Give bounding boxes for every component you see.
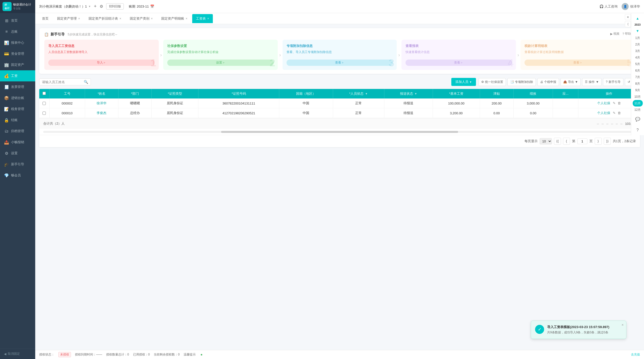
row1-checkbox[interactable]: [39, 98, 49, 108]
sidebar-item-tax[interactable]: 📝 税务管理: [0, 104, 35, 115]
step5-btn[interactable]: 查看＞: [525, 60, 631, 66]
col-person-status[interactable]: *人员状态 ▼: [333, 89, 384, 98]
month-item-6[interactable]: 6月: [633, 67, 643, 74]
month-item-4[interactable]: 4月: [633, 54, 643, 61]
sidebar-item-member[interactable]: 💎 畅会员: [0, 170, 35, 181]
sidebar-item-inventory[interactable]: 📦 进销台账: [0, 92, 35, 104]
page-size-select[interactable]: 10 20 50: [540, 138, 552, 144]
sidebar-item-payroll[interactable]: 💰 工资: [0, 70, 35, 81]
tab-close-depreciation[interactable]: ×: [119, 17, 121, 20]
step3-btn[interactable]: 查看＞: [287, 60, 393, 66]
social-insurance-button[interactable]: ⚙ 统一社保设置: [478, 78, 506, 86]
row1-delete-icon[interactable]: 🗑: [618, 101, 621, 105]
row1-actions[interactable]: 个人社保 ✎ 🗑: [578, 98, 640, 108]
tab-depreciation[interactable]: 固定资产折旧统计表 ×: [85, 14, 125, 23]
export-button[interactable]: 📤 导出 ▼: [560, 78, 581, 86]
sidebar-item-finance[interactable]: 💳 资金管理: [0, 48, 35, 59]
horizontal-scrollbar[interactable]: [39, 129, 640, 135]
add-person-button[interactable]: 添加人员 ▼: [451, 78, 476, 86]
col-submit-status[interactable]: 报送状态 ▼: [384, 89, 433, 98]
tab-payroll[interactable]: 工资表 ×: [192, 14, 213, 23]
select-all-checkbox[interactable]: [43, 92, 46, 95]
month-item-9[interactable]: 9月: [633, 87, 643, 93]
tab-fixed-assets[interactable]: 固定资产管理 ×: [53, 14, 84, 23]
month-item-10[interactable]: 10月: [633, 93, 643, 100]
account-settings-button[interactable]: ⚙: [100, 4, 103, 9]
account-selector[interactable]: 刘小艳演示账套（勿删勿动！）1 ▼: [39, 4, 91, 9]
last-page-button[interactable]: ⟩⟩: [604, 138, 611, 145]
tab-close-asset-detail[interactable]: ×: [186, 17, 187, 20]
user-menu[interactable]: 👤 徐泽华: [622, 3, 640, 10]
feedback-icon-button[interactable]: 💬: [633, 114, 643, 124]
guide-video-link[interactable]: ▶ 视频: [610, 32, 619, 36]
row1-edit-icon[interactable]: ✎: [613, 101, 616, 105]
sidebar-cancel-fixed[interactable]: ◀ 取消固定: [0, 348, 35, 359]
month-item-8[interactable]: 8月: [633, 80, 643, 87]
sidebar-item-fixed-assets[interactable]: 🏢 固定资产: [0, 59, 35, 70]
month-item-2[interactable]: 2月: [633, 41, 643, 48]
year-scroll-up[interactable]: ▲: [633, 16, 643, 21]
sidebar-item-closing[interactable]: 🔒 结账: [0, 115, 35, 126]
row2-name[interactable]: 李俊杰: [85, 108, 118, 118]
add-account-button[interactable]: +: [94, 4, 97, 9]
col-checkbox[interactable]: [39, 89, 49, 98]
guide-step-4: 查看报表 快速查看统计信息 查看＞ 4: [401, 40, 516, 70]
first-page-button[interactable]: ⟨⟨: [554, 138, 561, 145]
sidebar-item-ledger[interactable]: ≡ 总账: [0, 26, 35, 37]
tab-close-fixed-assets[interactable]: ×: [78, 17, 80, 20]
calendar-icon[interactable]: 📅: [150, 5, 154, 8]
guide-step-3: 专项附加扣除信息 查看、导入员工专项附加扣除信息 查看＞ 3: [283, 40, 397, 70]
renew-link[interactable]: 去充值: [631, 352, 640, 357]
sidebar-item-home[interactable]: ⊞ 首页: [0, 15, 35, 26]
step4-btn[interactable]: 查看＞: [406, 60, 512, 66]
step1-btn[interactable]: 导入＞: [48, 60, 155, 66]
sidebar-item-expense-report[interactable]: 📤 小畅报销: [0, 137, 35, 148]
next-page-button[interactable]: ⟩: [595, 138, 602, 145]
special-deduction-button[interactable]: 📑 专项附加扣除: [507, 78, 536, 86]
guide-help-link[interactable]: ? 帮助: [622, 32, 631, 36]
search-input[interactable]: [42, 80, 82, 84]
step-arrow-3: ›: [397, 40, 401, 70]
person-status-filter-icon[interactable]: ▼: [365, 92, 368, 95]
month-item-7[interactable]: 7月: [633, 74, 643, 80]
col-nationality: 国籍（地区）: [279, 89, 333, 98]
row2-actions[interactable]: 个人社保 ✎ 🗑: [578, 108, 640, 118]
sidebar-item-reports[interactable]: 📊 报表中心: [0, 37, 35, 48]
month-item-11[interactable]: 11月: [633, 100, 643, 107]
month-item-5[interactable]: 5月: [633, 61, 643, 67]
tab-asset-category[interactable]: 固定资产类别 ×: [126, 14, 156, 23]
row2-edit-icon[interactable]: ✎: [613, 111, 616, 115]
row1-name[interactable]: 徐泽华: [85, 98, 118, 108]
page-number-input[interactable]: [577, 138, 587, 144]
sidebar-item-newbie[interactable]: 🎓 新手引导: [0, 159, 35, 170]
row2-checkbox[interactable]: [39, 108, 49, 118]
sidebar-item-settings[interactable]: ⚙ 设置: [0, 148, 35, 159]
month-item-12[interactable]: 12月: [633, 107, 643, 113]
search-box[interactable]: 🔍: [39, 78, 91, 85]
toast-close-button[interactable]: ×: [622, 323, 624, 327]
sidebar-item-archive[interactable]: 🗂 归档管理: [0, 126, 35, 137]
tab-close-asset-category[interactable]: ×: [151, 17, 153, 20]
tab-asset-detail[interactable]: 固定资产明细账 ×: [157, 14, 191, 23]
year-scroll-down[interactable]: ▼: [633, 28, 643, 34]
row2-applicable: [553, 108, 578, 118]
step2-btn[interactable]: 设置＞: [167, 60, 274, 66]
operations-button[interactable]: ☰ 操作 ▼: [582, 78, 601, 86]
tab-close-payroll[interactable]: ×: [207, 17, 209, 20]
newbie-guide-button[interactable]: ? 新手引导: [603, 78, 623, 86]
row2-id-number: 412702198206290521: [198, 108, 279, 118]
month-item-3[interactable]: 3月: [633, 48, 643, 54]
help-icon-button[interactable]: ?: [633, 125, 643, 135]
ai-service-button[interactable]: 🎧 人工咨询: [599, 4, 618, 9]
right-panel-expand-button[interactable]: ⟨: [625, 21, 631, 27]
sidebar-item-expenses[interactable]: 🧾 发票管理: [0, 81, 35, 92]
period-value[interactable]: 2023-11: [137, 5, 149, 8]
switch-old-version-button[interactable]: 切到旧版: [106, 3, 124, 10]
right-panel-close-button[interactable]: ×: [625, 14, 631, 20]
row2-delete-icon[interactable]: 🗑: [618, 111, 621, 115]
tax-report-button[interactable]: 🖨 个税申报: [537, 78, 559, 86]
prev-page-button[interactable]: ⟨: [563, 138, 570, 145]
submit-status-filter-icon[interactable]: ▼: [414, 92, 417, 95]
tab-home[interactable]: 首页: [38, 14, 52, 23]
month-item-1[interactable]: 1月: [633, 35, 643, 41]
